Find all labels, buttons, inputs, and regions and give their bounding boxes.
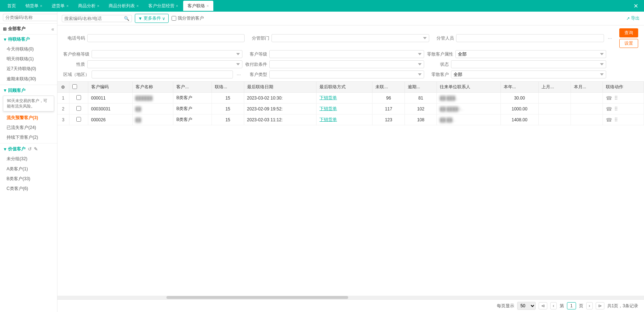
- tab-purchase[interactable]: 进货单 ×: [47, 1, 73, 11]
- sidebar-item-churned[interactable]: 已流失客户(24): [0, 123, 57, 133]
- prev-page-btn[interactable]: ‹: [550, 302, 557, 309]
- window-close-icon[interactable]: ✕: [631, 3, 641, 9]
- sidebar-item-churn-warning[interactable]: 流失预警客户(3): [0, 113, 57, 123]
- horizontal-scrollbar[interactable]: [57, 296, 644, 299]
- edit-icon[interactable]: ✎: [34, 146, 38, 152]
- contact-icon[interactable]: ☎: [606, 117, 612, 123]
- tab-sales[interactable]: 销货单 ×: [21, 1, 47, 11]
- sidebar-item-ungrouped[interactable]: 未分组(32): [0, 154, 57, 164]
- row-checkbox[interactable]: [69, 104, 88, 114]
- close-icon[interactable]: ×: [136, 4, 138, 8]
- tab-product-list[interactable]: 商品分析列表 ×: [104, 1, 143, 11]
- close-icon[interactable]: ×: [206, 4, 209, 8]
- settings-icon[interactable]: ⚙: [61, 85, 65, 90]
- person-more-icon[interactable]: ···: [606, 35, 613, 41]
- row-type: B类客户: [173, 93, 212, 104]
- nature-select[interactable]: [87, 60, 242, 68]
- col-name[interactable]: 客户名称: [132, 82, 173, 93]
- sidebar-section-pending[interactable]: ▼ 待联络客户: [0, 35, 57, 44]
- collapse-icon[interactable]: «: [51, 26, 54, 32]
- col-settings[interactable]: ⚙: [57, 82, 69, 93]
- sidebar-all-customers[interactable]: ⊞ 全部客户 «: [0, 24, 57, 35]
- sidebar-search-input[interactable]: [3, 14, 57, 21]
- last-page-btn[interactable]: ⊳: [596, 302, 604, 309]
- customer-level-select[interactable]: [269, 50, 424, 58]
- person-input[interactable]: [456, 34, 604, 42]
- export-btn[interactable]: ↗ 导出: [626, 15, 640, 21]
- col-contact-person[interactable]: 往来单位联系人: [437, 82, 500, 93]
- triangle-icon: ▼: [3, 147, 7, 152]
- my-customers-checkbox-label[interactable]: 我分管的客户: [172, 15, 204, 21]
- status-select[interactable]: [451, 60, 606, 68]
- sidebar-section-review[interactable]: ▼ 回顾客户: [0, 86, 57, 96]
- row-last-method[interactable]: 下销货单: [317, 104, 373, 114]
- tab-customer-tier[interactable]: 客户分层经营 ×: [144, 1, 182, 11]
- row-checkbox[interactable]: [69, 93, 88, 104]
- row-contact-count: 15: [212, 114, 244, 125]
- tab-home[interactable]: 首页: [3, 1, 20, 11]
- contact-icon[interactable]: ☎: [606, 95, 612, 101]
- first-page-btn[interactable]: ⊲: [539, 302, 547, 309]
- sidebar-item-today[interactable]: 今天待联络(0): [0, 44, 57, 54]
- row-last-method[interactable]: 下销货单: [317, 93, 373, 104]
- payment-select[interactable]: [269, 60, 424, 68]
- more-actions-icon[interactable]: ⠿: [614, 95, 618, 101]
- my-customers-checkbox[interactable]: [172, 16, 176, 21]
- per-page-select[interactable]: 50 100 200: [517, 302, 536, 310]
- select-all-checkbox[interactable]: [72, 84, 77, 89]
- col-code[interactable]: 客户编码: [88, 82, 132, 93]
- customer-type-select[interactable]: [269, 70, 424, 78]
- filter-retail-customer: 零散客户 全部: [427, 70, 606, 78]
- payment-label: 收付款条件: [245, 61, 267, 68]
- col-overdue[interactable]: 逾期...: [404, 82, 436, 93]
- price-tier-select[interactable]: [92, 50, 242, 58]
- query-button[interactable]: 查询: [619, 28, 638, 37]
- col-current-year[interactable]: 本年...: [500, 82, 539, 93]
- retail-customer-select[interactable]: 全部: [451, 70, 606, 78]
- close-icon[interactable]: ×: [97, 4, 99, 8]
- search-input[interactable]: [64, 16, 122, 21]
- row-checkbox[interactable]: [69, 114, 88, 125]
- tab-customer-contact[interactable]: 客户联络 ×: [183, 1, 213, 11]
- chevron-icon: ∨: [162, 16, 165, 21]
- refresh-icon[interactable]: ↺: [28, 146, 32, 152]
- sidebar-item-7days[interactable]: 近7天待联络(0): [0, 64, 57, 74]
- more-conditions-btn[interactable]: ▼ 更多条件 ∨: [135, 14, 169, 23]
- filter-nature: 性质: [63, 60, 242, 68]
- contact-icon[interactable]: ☎: [606, 106, 612, 112]
- col-current-month[interactable]: 本月...: [571, 82, 603, 93]
- close-icon[interactable]: ×: [40, 4, 42, 8]
- sidebar-item-tomorrow[interactable]: 明天待联络(1): [0, 54, 57, 64]
- filter-price-tier: 客户价格等级: [63, 50, 242, 58]
- next-page-btn[interactable]: ›: [586, 302, 593, 309]
- dept-select[interactable]: [271, 34, 429, 42]
- tab-product-analysis[interactable]: 商品分析 ×: [74, 1, 104, 11]
- row-type: B类客户: [173, 114, 212, 125]
- region-input[interactable]: [92, 70, 233, 78]
- row-last-date: 2023-03-02 10:30:: [244, 93, 317, 104]
- pagination-bar: 每页显示 50 100 200 ⊲ ‹ 第 1 页 › ⊳ 共1页，3条记录: [57, 299, 644, 312]
- close-icon[interactable]: ×: [66, 4, 68, 8]
- more-actions-icon[interactable]: ⠿: [614, 117, 618, 123]
- retail-attr-select[interactable]: 全部: [455, 50, 606, 58]
- col-type[interactable]: 客户...: [173, 82, 212, 93]
- col-last-month[interactable]: 上月...: [539, 82, 571, 93]
- row-last-method[interactable]: 下销货单: [317, 114, 373, 125]
- col-uncontacted[interactable]: 未联...: [373, 82, 404, 93]
- col-last-date[interactable]: 最后联络日期: [244, 82, 317, 93]
- col-last-method[interactable]: 最后联络方式: [317, 82, 373, 93]
- phone-input[interactable]: [87, 34, 245, 42]
- sidebar-item-c-customers[interactable]: C类客户(6): [0, 184, 57, 194]
- scrollbar-thumb[interactable]: [166, 296, 348, 299]
- sidebar-section-value[interactable]: ▼ 价值客户 ↺ ✎: [0, 144, 57, 154]
- more-actions-icon[interactable]: ⠿: [614, 106, 618, 112]
- sidebar-item-b-customers[interactable]: B类客户(33): [0, 174, 57, 184]
- close-icon[interactable]: ×: [176, 4, 178, 8]
- sidebar-item-a-customers[interactable]: A类客户(1): [0, 164, 57, 174]
- region-more-icon[interactable]: ···: [235, 72, 242, 77]
- filter-phone: 电话号码: [63, 34, 245, 42]
- sidebar-item-overdue[interactable]: 逾期未联络(30): [0, 74, 57, 84]
- col-contact-count[interactable]: 联络...: [212, 82, 244, 93]
- settings-button[interactable]: 设置: [619, 39, 638, 48]
- sidebar-item-declining[interactable]: 持续下滑客户(2): [0, 133, 57, 142]
